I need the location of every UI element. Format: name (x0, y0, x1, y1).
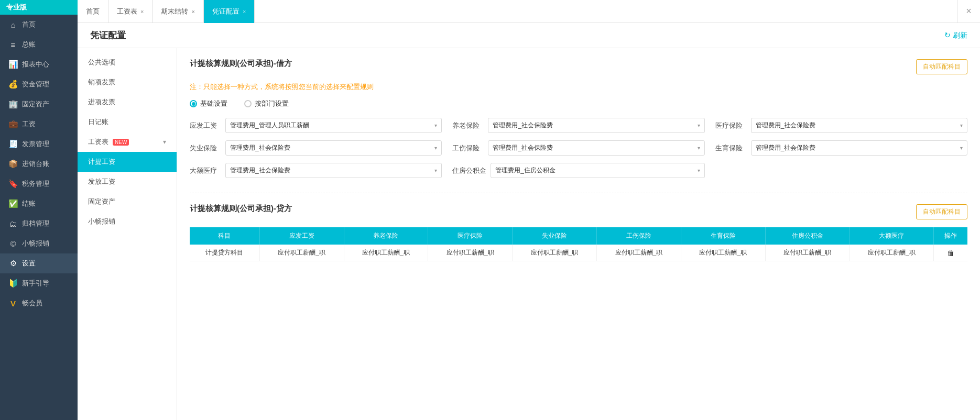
vip-icon: V (8, 299, 18, 308)
nav-fixed-assets[interactable]: 固定资产 (78, 192, 177, 212)
tab-voucher-config-close[interactable]: × (243, 8, 246, 15)
radio-basic[interactable]: 基础设置 (190, 99, 227, 108)
field-shiye: 失业保险 管理费用_社会保险费 ▾ (190, 140, 442, 156)
table-header-row: 科目 应发工资 养老保险 医疗保险 失业保险 工伤保险 生育保险 住房公积金 大… (190, 227, 967, 245)
sidebar-item-reports[interactable]: 📊 报表中心 (0, 54, 78, 74)
tab-period-close-close[interactable]: × (191, 8, 194, 15)
debit-section-header: 计提核算规则(公司承担)-借方 自动匹配科目 (190, 59, 967, 75)
field-yiliao: 医疗保险 管理费用_社会保险费 ▾ (715, 118, 967, 133)
chevron-down-icon: ▾ (163, 138, 166, 146)
page-title: 凭证配置 (90, 29, 126, 41)
select-shengyu[interactable]: 管理费用_社会保险费 ▾ (751, 140, 967, 156)
td-val-4[interactable]: 应付职工薪酬_职 (597, 245, 681, 261)
tax-icon: 🔖 (8, 179, 18, 189)
td-val-5[interactable]: 应付职工薪酬_职 (681, 245, 765, 261)
sidebar-item-salary[interactable]: 💼 工资 (0, 114, 78, 134)
field-shengyu: 生育保险 管理费用_社会保险费 ▾ (715, 140, 967, 156)
select-arrow-yanglao: ▾ (698, 123, 700, 128)
field-dae: 大额医疗 管理费用_社会保险费 ▾ (190, 163, 442, 178)
content-area: 公共选项 销项发票 进项发票 日记账 工资表 NEW ▾ 计提工资 发放工资 (78, 48, 980, 420)
settings-icon: ⚙ (8, 259, 18, 268)
settlement-icon: ✅ (8, 199, 18, 208)
reports-icon: 📊 (8, 60, 18, 69)
nav-calc-salary[interactable]: 计提工资 (78, 152, 177, 172)
nav-public-options[interactable]: 公共选项 (78, 52, 177, 72)
th-dae: 大额医疗 (850, 227, 934, 245)
td-val-3[interactable]: 应付职工薪酬_职 (513, 245, 597, 261)
select-gjj[interactable]: 管理费用_住房公积金 ▾ (491, 163, 704, 178)
nav-xiaochang-reimb[interactable]: 小畅报销 (78, 212, 177, 231)
field-yanglao: 养老保险 管理费用_社会保险费 ▾ (452, 118, 704, 133)
sidebar-item-xiaochang-report[interactable]: © 小畅报销 (0, 234, 78, 253)
tab-period-close[interactable]: 期末结转 × (153, 0, 203, 23)
td-val-2[interactable]: 应付职工薪酬_职 (428, 245, 513, 261)
radio-basic-circle (190, 100, 197, 107)
sidebar-item-ledger[interactable]: ≡ 总账 (0, 35, 78, 54)
sidebar-item-fixed-assets[interactable]: 🏢 固定资产 (0, 94, 78, 114)
label-dae: 大额医疗 (190, 166, 221, 175)
select-shiye[interactable]: 管理费用_社会保险费 ▾ (225, 140, 442, 156)
select-arrow-dae: ▾ (434, 168, 437, 173)
sidebar-item-settlement[interactable]: ✅ 结账 (0, 194, 78, 214)
td-val-7[interactable]: 应付职工薪酬_职 (850, 245, 934, 261)
select-gongshang[interactable]: 管理费用_社会保险费 ▾ (488, 140, 704, 156)
select-arrow-shengyu: ▾ (960, 145, 963, 151)
nav-payroll-table[interactable]: 工资表 NEW ▾ (78, 132, 177, 152)
label-yanglao: 养老保险 (452, 121, 484, 130)
select-dae[interactable]: 管理费用_社会保险费 ▾ (225, 163, 442, 178)
sidebar-item-archive[interactable]: 🗂 归档管理 (0, 214, 78, 234)
label-shiye: 失业保险 (190, 143, 221, 153)
select-arrow-yingfa: ▾ (434, 123, 437, 128)
debit-auto-match-button[interactable]: 自动匹配科目 (916, 59, 967, 74)
radio-group: 基础设置 按部门设置 (190, 99, 967, 108)
new-badge: NEW (113, 139, 129, 146)
credit-auto-match-button[interactable]: 自动匹配科目 (916, 204, 967, 219)
select-yingfa[interactable]: 管理费用_管理人员职工薪酬 ▾ (225, 118, 442, 133)
sidebar-item-guide[interactable]: 🔰 新手引导 (0, 273, 78, 293)
sidebar-item-settings[interactable]: ⚙ 设置 (0, 253, 78, 273)
td-val-1[interactable]: 应付职工薪酬_职 (344, 245, 428, 261)
fixed-assets-icon: 🏢 (8, 100, 18, 109)
sidebar-item-home[interactable]: ⌂ 首页 (0, 15, 78, 35)
select-yiliao[interactable]: 管理费用_社会保险费 ▾ (751, 118, 967, 133)
tab-payroll[interactable]: 工资表 × (108, 0, 153, 23)
salary-icon: 💼 (8, 119, 18, 129)
nav-journal[interactable]: 日记账 (78, 112, 177, 132)
nav-purchase-invoice[interactable]: 进项发票 (78, 92, 177, 112)
select-arrow-shiye: ▾ (434, 145, 437, 151)
page-header: 凭证配置 ↻ 刷新 (78, 23, 980, 48)
topbar-close-button[interactable]: × (957, 0, 980, 23)
tab-payroll-close[interactable]: × (140, 8, 144, 15)
select-arrow-gongshang: ▾ (698, 145, 700, 151)
sidebar-item-invoice-mgmt[interactable]: 🧾 发票管理 (0, 134, 78, 154)
nav-issue-salary[interactable]: 发放工资 (78, 172, 177, 192)
th-yanglao: 养老保险 (344, 227, 428, 245)
sidebar-item-vip[interactable]: V 畅会员 (0, 293, 78, 313)
nav-sales-invoice[interactable]: 销项发票 (78, 72, 177, 92)
tab-voucher-config[interactable]: 凭证配置 × (204, 0, 255, 23)
th-yingfa: 应发工资 (259, 227, 344, 245)
select-yanglao[interactable]: 管理费用_社会保险费 ▾ (488, 118, 704, 133)
refresh-icon[interactable]: ↻ 刷新 (944, 31, 967, 40)
select-arrow-yiliao: ▾ (960, 123, 963, 128)
credit-section: 计提核算规则(公司承担)-贷方 自动匹配科目 科目 应发工资 养老保险 医疗保险… (190, 204, 967, 261)
field-yingfa-gongzi: 应发工资 管理费用_管理人员职工薪酬 ▾ (190, 118, 442, 133)
left-nav: 公共选项 销项发票 进项发票 日记账 工资表 NEW ▾ 计提工资 发放工资 (78, 48, 177, 420)
sidebar-item-tax[interactable]: 🔖 税务管理 (0, 174, 78, 194)
tab-home[interactable]: 首页 (78, 0, 108, 23)
select-arrow-gjj: ▾ (698, 168, 700, 173)
td-action[interactable]: 🗑 (934, 245, 967, 261)
sidebar-item-sales-ledger[interactable]: 📦 进销台账 (0, 154, 78, 174)
th-shiye: 失业保险 (513, 227, 597, 245)
td-subject: 计提贷方科目 (190, 245, 259, 261)
radio-dept[interactable]: 按部门设置 (244, 99, 289, 108)
td-val-6[interactable]: 应付职工薪酬_职 (765, 245, 850, 261)
sales-icon: 📦 (8, 159, 18, 169)
sidebar-item-funds[interactable]: 💰 资金管理 (0, 74, 78, 94)
debit-section-note: 注：只能选择一种方式，系统将按照您当前的选择来配置规则 (190, 82, 967, 92)
debit-form-grid: 应发工资 管理费用_管理人员职工薪酬 ▾ 养老保险 管理费用_社会保险费 ▾ (190, 118, 967, 178)
td-val-0[interactable]: 应付职工薪酬_职 (259, 245, 344, 261)
label-shengyu: 生育保险 (715, 143, 747, 153)
field-gjj: 住房公积金 管理费用_住房公积金 ▾ (452, 163, 704, 178)
funds-icon: 💰 (8, 80, 18, 89)
